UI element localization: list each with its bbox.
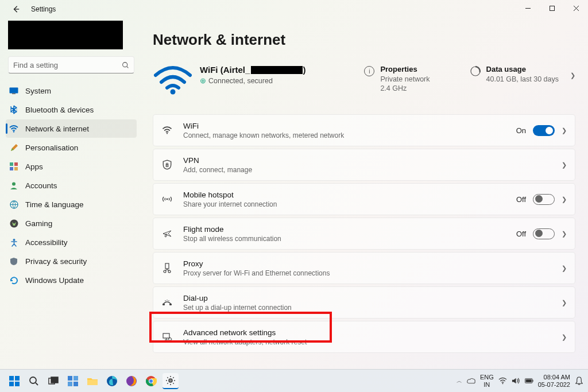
battery-tray-icon[interactable]	[525, 377, 533, 385]
accessibility-icon	[9, 238, 18, 247]
back-button[interactable]	[9, 2, 23, 16]
start-button[interactable]	[6, 373, 22, 389]
shield-icon	[9, 257, 18, 266]
sidebar-item-label: Apps	[25, 162, 43, 171]
taskbar: ︿ ENGIN 08:04 AM05-07-2022	[0, 369, 588, 392]
sidebar-item-time[interactable]: Time & language	[6, 195, 137, 214]
widgets-button[interactable]	[65, 373, 81, 389]
sidebar-item-gaming[interactable]: Gaming	[6, 214, 137, 232]
maximize-button[interactable]	[540, 0, 564, 16]
wifi-network-name: WiFi (Airtel_)	[200, 65, 305, 75]
paintbrush-icon	[9, 143, 18, 152]
clock-globe-icon	[9, 200, 18, 209]
wifi-icon	[161, 126, 173, 134]
sidebar-item-label: Gaming	[25, 219, 52, 228]
svg-rect-7	[10, 162, 13, 166]
sidebar-item-accounts[interactable]: Accounts	[6, 176, 137, 195]
wifi-card[interactable]: WiFiConnect, manage known networks, mete…	[153, 114, 575, 146]
data-usage-button[interactable]: Data usage 40.01 GB, last 30 days	[470, 65, 559, 84]
flight-mode-card[interactable]: Flight modeStop all wireless communicati…	[153, 218, 575, 250]
notifications-icon[interactable]	[575, 377, 583, 385]
wifi-icon	[9, 124, 18, 133]
chrome-button[interactable]	[143, 373, 159, 389]
svg-rect-31	[9, 376, 14, 381]
hotspot-toggle[interactable]	[533, 194, 555, 205]
sidebar-item-label: Time & language	[25, 200, 84, 209]
svg-point-17	[167, 133, 168, 134]
wifi-tray-icon[interactable]	[498, 377, 507, 385]
svg-point-15	[171, 90, 176, 95]
wifi-large-icon	[153, 65, 193, 97]
clock[interactable]: 08:04 AM05-07-2022	[538, 374, 570, 388]
language-indicator[interactable]: ENGIN	[480, 374, 494, 387]
svg-rect-34	[15, 382, 20, 386]
sidebar-item-update[interactable]: Windows Update	[6, 271, 137, 289]
flight-state-label: Off	[516, 230, 526, 238]
chevron-right-icon: ❯	[562, 265, 567, 272]
svg-point-22	[164, 270, 166, 273]
svg-rect-38	[51, 377, 58, 383]
svg-point-27	[167, 300, 168, 301]
onedrive-icon[interactable]	[467, 377, 475, 385]
file-explorer-button[interactable]	[84, 373, 100, 389]
bluetooth-icon	[9, 105, 18, 114]
svg-rect-40	[74, 376, 78, 381]
gaming-icon	[9, 219, 18, 228]
hotspot-state-label: Off	[516, 195, 526, 204]
svg-rect-21	[165, 263, 169, 269]
sidebar-item-privacy[interactable]: Privacy & security	[6, 252, 137, 270]
sidebar-item-label: Personalisation	[25, 143, 78, 152]
apps-icon	[9, 162, 18, 171]
proxy-card[interactable]: ProxyProxy server for Wi-Fi and Ethernet…	[153, 252, 575, 284]
svg-rect-9	[10, 167, 13, 170]
flight-toggle[interactable]	[533, 228, 555, 239]
svg-line-3	[127, 66, 128, 67]
edge-button[interactable]	[104, 373, 120, 389]
firefox-button[interactable]	[123, 373, 140, 389]
svg-point-28	[168, 300, 169, 301]
tray-chevron-icon[interactable]: ︿	[457, 377, 462, 385]
advanced-network-card[interactable]: Advanced network settingsView all networ…	[153, 321, 575, 353]
sidebar-item-bluetooth[interactable]: bͦ Bluetooth & devices	[6, 100, 137, 119]
svg-rect-5	[12, 94, 16, 95]
chevron-right-icon: ❯	[562, 196, 567, 203]
system-tray[interactable]: ︿ ENGIN 08:04 AM05-07-2022	[457, 374, 583, 388]
redacted-ssid	[251, 66, 303, 74]
svg-rect-32	[15, 376, 20, 381]
minimize-button[interactable]	[516, 0, 540, 16]
sidebar-item-apps[interactable]: Apps	[6, 157, 137, 176]
sidebar-item-label: Privacy & security	[25, 257, 87, 266]
task-view-button[interactable]	[45, 373, 61, 389]
sidebar-item-system[interactable]: System	[6, 81, 137, 100]
svg-rect-33	[9, 382, 14, 386]
svg-line-36	[36, 383, 38, 385]
chevron-right-icon: ❯	[562, 333, 567, 341]
system-icon	[9, 86, 18, 95]
chevron-right-icon: ❯	[562, 299, 567, 306]
close-button[interactable]	[564, 0, 588, 16]
advanced-network-icon	[161, 332, 173, 341]
hotspot-card[interactable]: Mobile hotspotShare your internet connec…	[153, 183, 575, 215]
sidebar-item-accessibility[interactable]: Accessibility	[6, 233, 137, 251]
settings-taskbar-button[interactable]	[163, 373, 179, 389]
wifi-toggle[interactable]	[533, 125, 555, 136]
svg-rect-19	[166, 165, 168, 166]
search-input[interactable]: Find a setting	[8, 56, 134, 73]
volume-tray-icon[interactable]	[512, 377, 520, 385]
properties-button[interactable]: i Properties Private network2.4 GHz	[364, 65, 430, 94]
search-taskbar-button[interactable]	[26, 373, 42, 389]
svg-rect-10	[14, 167, 18, 170]
search-placeholder: Find a setting	[13, 61, 122, 69]
wifi-state-label: On	[516, 126, 526, 135]
user-account-block[interactable]	[8, 21, 123, 49]
sidebar-item-network[interactable]: Network & internet	[6, 119, 137, 138]
sidebar-item-personalisation[interactable]: Personalisation	[6, 138, 137, 157]
svg-rect-42	[74, 382, 78, 386]
svg-rect-39	[68, 376, 72, 381]
vpn-card[interactable]: VPNAdd, connect, manage ❯	[153, 149, 575, 181]
svg-point-2	[123, 62, 127, 67]
wifi-status-text: ⊕Connected, secured	[200, 76, 305, 85]
info-icon: i	[364, 66, 374, 76]
svg-rect-41	[68, 382, 72, 386]
dialup-card[interactable]: Dial-upSet up a dial-up internet connect…	[153, 286, 575, 319]
